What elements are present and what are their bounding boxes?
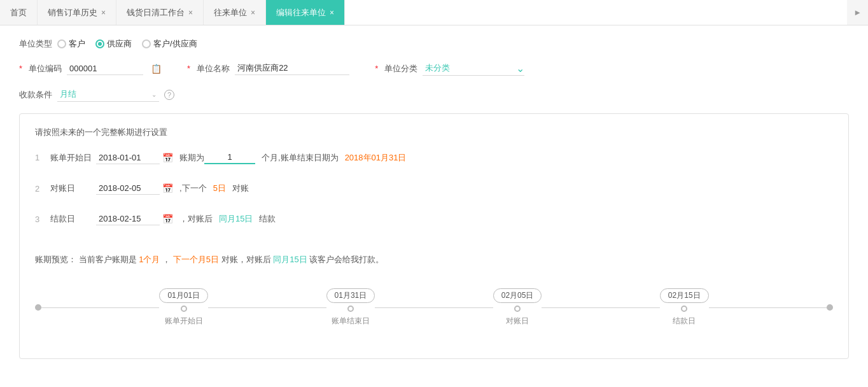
tab-sales-history[interactable]: 销售订单历史 ×: [38, 0, 116, 25]
timeline-line-4: [542, 307, 659, 308]
billing-field-label-3: 结款日: [50, 213, 96, 225]
close-tab-partners[interactable]: ×: [251, 8, 255, 17]
timeline-sublabel-4: 结款日: [673, 316, 696, 327]
billing-date-input-3[interactable]: [96, 213, 160, 225]
calendar-icon-2[interactable]: 📅: [162, 183, 173, 194]
timeline-label-4: 02月15日: [660, 288, 709, 303]
billing-date-input-1[interactable]: [96, 151, 160, 164]
unit-code-group: * 单位编码 📋: [19, 62, 162, 75]
payment-terms-group: 收款条件 月结 ⌄ ?: [19, 87, 174, 102]
billing-row-3: 3 结款日 📅 ，对账后 同月15日 结款: [35, 213, 833, 225]
timeline-node-1: 01月01日 账单开始日: [159, 288, 208, 327]
billing-after-text-1: 账期为: [179, 152, 204, 164]
payment-terms-select[interactable]: 月结 ⌄: [57, 87, 159, 102]
billing-num-2: 2: [35, 184, 50, 194]
billing-after-text-3: ，对账后: [179, 213, 213, 225]
timeline-node-4: 02月15日 结款日: [660, 288, 709, 327]
radio-customer[interactable]: 客户: [57, 38, 85, 50]
unit-name-input[interactable]: [235, 62, 349, 75]
timeline-line-5: [709, 307, 827, 308]
required-star-code: *: [19, 64, 22, 73]
radio-label-both: 客户/供应商: [153, 38, 197, 50]
billing-period-input[interactable]: [204, 151, 255, 164]
radio-label-supplier: 供应商: [107, 38, 132, 50]
billing-num-1: 1: [35, 153, 50, 162]
radio-supplier[interactable]: 供应商: [95, 38, 132, 50]
timeline-dot-3: [514, 306, 521, 312]
unit-name-group: * 单位名称: [187, 62, 349, 75]
preview-label: 账期预览：: [35, 255, 76, 264]
radio-circle-both: [142, 39, 151, 48]
unit-code-label: 单位编码: [29, 63, 62, 74]
billing-highlight-2: 5日: [213, 183, 226, 194]
payment-terms-label: 收款条件: [19, 89, 52, 101]
preview-highlight2: 下一个月5日: [173, 255, 219, 264]
unit-details-row: * 单位编码 📋 * 单位名称 * 单位分类 未分类 ⌄: [19, 61, 849, 76]
tab-more-arrow[interactable]: ►: [847, 0, 868, 25]
timeline-line-2: [208, 307, 326, 308]
tab-bar: 首页 销售订单历史 × 钱货日清工作台 × 往来单位 × 编辑往来单位 × ►: [0, 0, 868, 25]
preview-highlight1: 1个月: [139, 255, 160, 264]
unit-category-label: 单位分类: [384, 63, 417, 74]
timeline-node-3: 02月05日 对账日: [493, 288, 542, 327]
tab-home[interactable]: 首页: [0, 0, 38, 25]
unit-category-value: 未分类: [423, 61, 516, 75]
timeline-dot-2: [347, 306, 354, 312]
preview-text-mid2: 对账，对账后: [221, 255, 271, 264]
tab-edit-partner[interactable]: 编辑往来单位 ×: [266, 0, 345, 25]
close-tab-daily-work[interactable]: ×: [188, 8, 193, 17]
timeline-end-dot: [827, 304, 833, 311]
help-icon[interactable]: ?: [164, 90, 174, 100]
radio-label-customer: 客户: [69, 38, 85, 50]
timeline-label-3: 02月05日: [493, 288, 542, 303]
copy-icon[interactable]: 📋: [151, 64, 162, 74]
billing-field-label-1: 账单开始日: [50, 152, 96, 164]
unit-category-group: * 单位分类 未分类 ⌄: [375, 61, 524, 76]
timeline-dot-4: [681, 306, 687, 312]
close-tab-edit-partner[interactable]: ×: [330, 8, 334, 17]
radio-group-unit-type: 客户 供应商 客户/供应商: [57, 38, 197, 50]
dropdown-arrow-icon: ⌄: [516, 62, 524, 74]
preview-highlight3: 同月15日: [273, 255, 307, 264]
preview-section: 账期预览： 当前客户账期是 1个月 ， 下一个月5日 对账，对账后 同月15日 …: [35, 243, 833, 346]
timeline: 01月01日 账单开始日 01月31日 账单结束日 02月05日 对账日: [35, 282, 833, 346]
radio-circle-customer: [57, 39, 66, 48]
preview-text-mid1: ，: [162, 255, 171, 264]
payment-terms-arrow-icon: ⌄: [149, 91, 159, 98]
billing-date-input-2[interactable]: [96, 182, 160, 195]
radio-both[interactable]: 客户/供应商: [142, 38, 197, 50]
timeline-sublabel-2: 账单结束日: [332, 316, 370, 327]
unit-type-label: 单位类型: [19, 38, 52, 50]
timeline-start-dot: [35, 304, 41, 311]
close-tab-sales-history[interactable]: ×: [101, 8, 106, 17]
tab-daily-work[interactable]: 钱货日清工作台 ×: [116, 0, 204, 25]
unit-name-label: 单位名称: [197, 63, 230, 74]
preview-text-before1: 当前客户账期是: [79, 255, 137, 264]
billing-suffix-3: 结款: [259, 213, 276, 225]
calendar-icon-1[interactable]: 📅: [162, 153, 173, 163]
radio-circle-supplier: [95, 39, 104, 48]
billing-highlight-3: 同月15日: [219, 213, 253, 225]
unit-type-group: 单位类型 客户 供应商 客户/供应商: [19, 38, 197, 50]
billing-card: 请按照未来的一个完整帐期进行设置 1 账单开始日 📅 账期为 个月,账单结束日期…: [19, 113, 849, 359]
preview-text-after: 该客户会给我打款。: [309, 255, 384, 264]
preview-text: 账期预览： 当前客户账期是 1个月 ， 下一个月5日 对账，对账后 同月15日 …: [35, 252, 833, 267]
calendar-icon-3[interactable]: 📅: [162, 214, 173, 224]
billing-suffix-2: 对账: [232, 183, 249, 194]
required-star-category: *: [375, 64, 378, 73]
unit-category-select[interactable]: 未分类 ⌄: [423, 61, 524, 76]
unit-code-input[interactable]: [67, 62, 143, 75]
payment-terms-row: 收款条件 月结 ⌄ ?: [19, 87, 849, 102]
billing-period-unit: 个月,账单结束日期为: [262, 152, 339, 164]
timeline-label-2: 01月31日: [326, 288, 375, 303]
timeline-sublabel-1: 账单开始日: [165, 316, 203, 327]
timeline-dot-1: [181, 306, 187, 312]
billing-highlight-date-1: 2018年01月31日: [345, 152, 407, 164]
billing-num-3: 3: [35, 215, 50, 224]
billing-after-text-2: ,下一个: [179, 183, 207, 194]
billing-row-2: 2 对账日 📅 ,下一个 5日 对账: [35, 182, 833, 195]
billing-row-1: 1 账单开始日 📅 账期为 个月,账单结束日期为 2018年01月31日: [35, 151, 833, 164]
unit-type-row: 单位类型 客户 供应商 客户/供应商: [19, 38, 849, 50]
timeline-line-1: [41, 307, 159, 308]
tab-partners[interactable]: 往来单位 ×: [204, 0, 266, 25]
